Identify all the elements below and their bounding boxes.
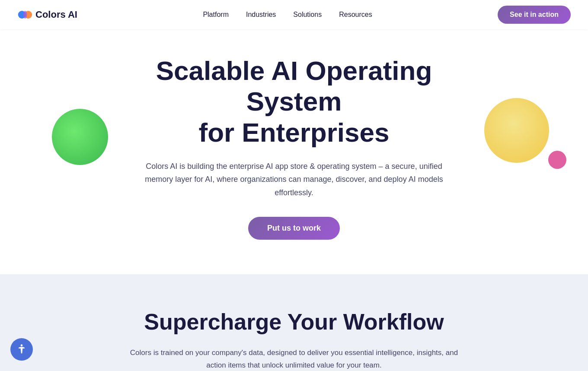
hero-content: Scalable AI Operating System for Enterpr…: [121, 29, 467, 274]
nav-industries[interactable]: Industries: [246, 11, 276, 19]
nav-links: Platform Industries Solutions Resources: [203, 11, 372, 19]
hero-title: Scalable AI Operating System for Enterpr…: [130, 55, 458, 148]
accessibility-icon: [16, 343, 28, 355]
hero-title-line2: for Enterprises: [198, 117, 389, 147]
hero-cta-button[interactable]: Put us to work: [248, 217, 340, 240]
logo-text: Colors AI: [35, 9, 77, 20]
nav-solutions[interactable]: Solutions: [293, 11, 322, 19]
main-nav: Colors AI Platform Industries Solutions …: [0, 0, 588, 29]
deco-yellow-circle: [484, 98, 549, 163]
nav-resources[interactable]: Resources: [339, 11, 372, 19]
svg-point-2: [23, 11, 27, 19]
workflow-section: Supercharge Your Workflow Colors is trai…: [0, 274, 588, 371]
workflow-title: Supercharge Your Workflow: [17, 309, 571, 335]
nav-cta-button[interactable]: See it in action: [498, 6, 571, 24]
logo-icon: [17, 7, 33, 22]
accessibility-button[interactable]: [10, 338, 33, 361]
logo-link[interactable]: Colors AI: [17, 7, 77, 22]
deco-pink-circle: [548, 151, 566, 169]
hero-section: Scalable AI Operating System for Enterpr…: [0, 0, 588, 274]
workflow-subtitle: Colors is trained on your company's data…: [125, 347, 463, 371]
hero-subtitle: Colors AI is building the enterprise AI …: [143, 160, 445, 200]
svg-point-3: [21, 344, 23, 346]
deco-green-circle: [52, 109, 108, 165]
hero-title-line1: Scalable AI Operating System: [156, 56, 432, 116]
nav-platform[interactable]: Platform: [203, 11, 229, 19]
